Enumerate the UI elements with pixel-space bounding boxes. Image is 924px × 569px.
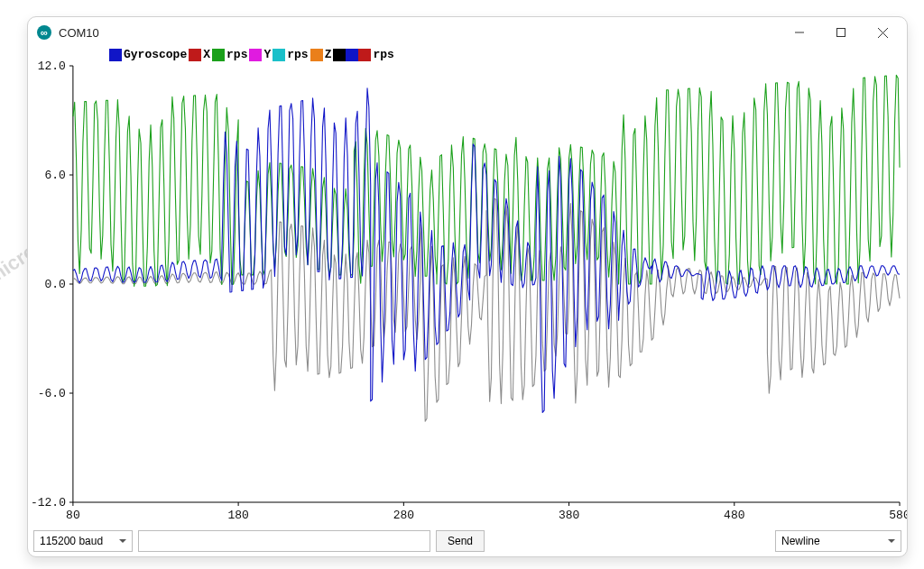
svg-line-2: [878, 28, 888, 38]
maximize-button[interactable]: [820, 19, 862, 46]
titlebar: COM10: [28, 17, 907, 48]
svg-text:6.0: 6.0: [45, 169, 66, 182]
svg-text:380: 380: [559, 509, 579, 522]
send-button[interactable]: Send: [436, 530, 485, 552]
svg-rect-1: [837, 29, 845, 37]
arduino-icon: [37, 25, 51, 40]
svg-text:12.0: 12.0: [38, 60, 66, 73]
svg-text:-6.0: -6.0: [38, 387, 66, 400]
window-title: COM10: [59, 26, 99, 40]
plot-canvas: -12.0-6.00.06.012.080180280380480580: [28, 48, 907, 528]
svg-text:280: 280: [393, 509, 414, 522]
svg-text:-12.0: -12.0: [31, 496, 66, 509]
serial-plotter-window: COM10 GyroscopeXrpsYrpsZrps -12.0-6.00.0…: [27, 16, 908, 557]
minimize-button[interactable]: [779, 19, 820, 46]
close-button[interactable]: [862, 19, 903, 46]
baud-select[interactable]: 115200 baud: [33, 530, 133, 552]
svg-line-3: [878, 28, 888, 38]
line-ending-value: Newline: [781, 535, 820, 547]
svg-text:180: 180: [227, 509, 248, 522]
plot-area: GyroscopeXrpsYrpsZrps -12.0-6.00.06.012.…: [28, 48, 907, 528]
baud-value: 115200 baud: [40, 535, 103, 547]
footer-bar: 115200 baud Send Newline: [28, 528, 907, 556]
svg-text:80: 80: [66, 509, 80, 522]
serial-input[interactable]: [138, 530, 430, 552]
svg-text:580: 580: [889, 509, 907, 522]
line-ending-select[interactable]: Newline: [775, 530, 901, 552]
svg-text:480: 480: [724, 509, 744, 522]
svg-text:0.0: 0.0: [45, 278, 66, 291]
